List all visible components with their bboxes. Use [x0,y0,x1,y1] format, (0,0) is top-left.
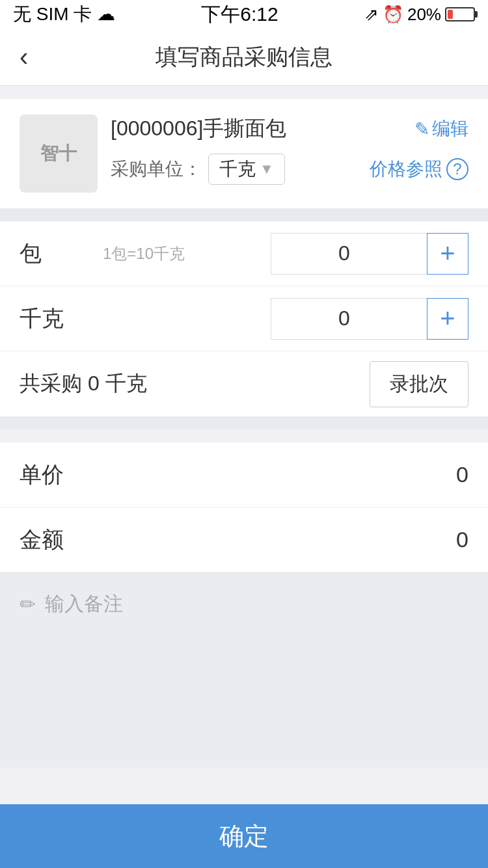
location-icon: ⇗ [364,5,379,25]
price-section: 单价 0 金额 0 [0,442,488,573]
batch-button[interactable]: 录批次 [370,361,468,407]
status-bar: 无 SIM 卡 ☁ 下午6:12 ⇗ ⏰ 20% [0,0,488,29]
summary-row: 共采购 0 千克 录批次 [0,351,488,416]
back-button[interactable]: ‹ [20,42,28,72]
amount-label: 金额 [20,525,64,555]
section-divider-1 [0,208,488,221]
kg-label: 千克 [20,304,98,334]
unit-dropdown[interactable]: 千克 ▼ [208,154,285,185]
remark-row: ✏ 输入备注 [20,591,468,617]
bao-label: 包 [20,239,98,269]
amount-row: 金额 0 [0,508,488,573]
status-left: 无 SIM 卡 ☁ [13,2,115,27]
bao-input[interactable] [271,233,427,275]
dropdown-arrow-icon: ▼ [260,161,274,178]
product-image: 智十 [20,115,98,193]
price-ref-label: 价格参照 [370,157,442,182]
edit-label: 编辑 [432,116,468,141]
unit-price-label: 单价 [20,460,64,490]
battery-fill [448,10,453,19]
unit-price-value: 0 [456,462,468,487]
sim-label: 无 SIM 卡 ☁ [13,2,115,27]
product-name: [0000006]手撕面包 [111,115,286,143]
info-icon: ? [446,158,468,180]
price-ref-button[interactable]: 价格参照 ? [370,157,468,182]
kg-input[interactable] [271,298,427,340]
battery-percent: 20% [407,5,441,25]
unit-price-row: 单价 0 [0,442,488,508]
edit-button[interactable]: ✎ 编辑 [414,116,468,141]
bao-input-section: 包 1包=10千克 + 千克 + [0,221,488,351]
bao-plus-button[interactable]: + [427,233,468,275]
remark-section: ✏ 输入备注 [0,573,488,768]
purchase-unit-row: 采购单位： 千克 ▼ 价格参照 ? [111,154,468,185]
status-right: ⇗ ⏰ 20% [364,5,475,25]
unit-value: 千克 [219,157,256,182]
product-logo: 智十 [40,141,77,166]
nav-bar: ‹ 填写商品采购信息 [0,29,488,86]
kg-input-row: 千克 + [0,286,488,351]
kg-plus-button[interactable]: + [427,298,468,340]
amount-value: 0 [456,527,468,552]
battery-icon [445,7,475,21]
bao-input-row: 包 1包=10千克 + [0,221,488,286]
section-divider-2 [0,416,488,429]
product-info: [0000006]手撕面包 ✎ 编辑 采购单位： 千克 ▼ 价格参照 ? [111,115,468,185]
confirm-button[interactable]: 确定 [0,804,488,868]
kg-input-wrapper: + [98,298,468,340]
product-card: 智十 [0000006]手撕面包 ✎ 编辑 采购单位： 千克 ▼ 价格参照 ? [0,99,488,208]
bao-sublabel: 1包=10千克 [103,243,185,264]
product-name-row: [0000006]手撕面包 ✎ 编辑 [111,115,468,143]
remark-placeholder: 输入备注 [45,591,123,617]
alarm-icon: ⏰ [383,5,403,25]
bao-input-wrapper: + [185,233,468,275]
summary-text: 共采购 0 千克 [20,370,147,398]
status-time: 下午6:12 [201,1,278,28]
pencil-icon: ✏ [20,593,36,616]
page-title: 填写商品采购信息 [156,42,332,72]
purchase-unit-label: 采购单位： [111,157,202,182]
edit-icon: ✎ [414,118,429,140]
